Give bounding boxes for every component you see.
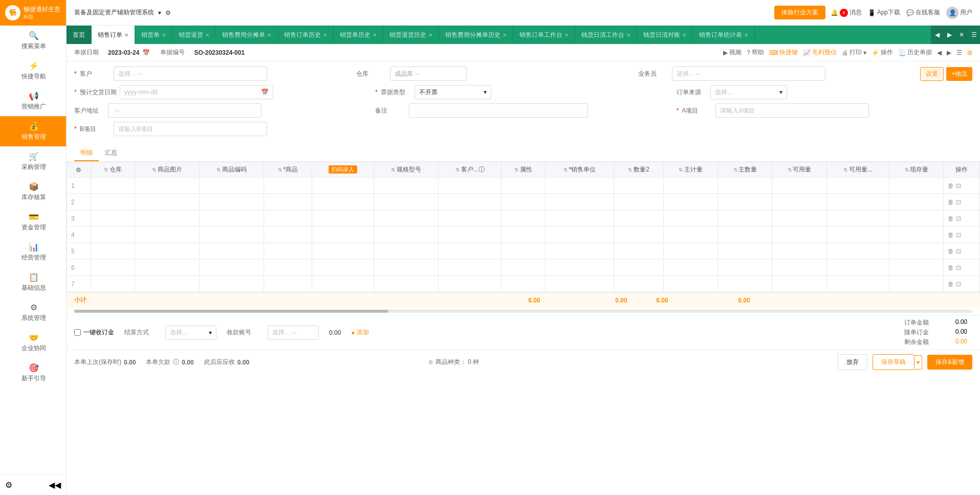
cell-main_qty[interactable] xyxy=(718,276,772,292)
cell-goods[interactable] xyxy=(264,210,312,227)
th-customer[interactable]: ⇅ 客户...ⓘ xyxy=(439,162,502,178)
cell-attr[interactable] xyxy=(502,227,546,243)
tab-销货单历史[interactable]: 销货单历史✕ xyxy=(334,26,383,44)
user-btn[interactable]: 👤 用户 xyxy=(946,7,972,19)
cell-action[interactable]: 🗑 ⊡ xyxy=(944,260,980,276)
row-copy-icon[interactable]: ⊡ xyxy=(956,231,961,239)
cell-warehouse[interactable] xyxy=(91,178,135,194)
tab-close-icon[interactable]: ✕ xyxy=(626,32,630,38)
sidebar-item-快捷导航[interactable]: ⚡快捷导航 xyxy=(0,56,66,86)
customer-address-input[interactable]: ··· xyxy=(108,103,262,118)
save-draft-btn[interactable]: 保存草稿 xyxy=(873,354,914,370)
save-new-btn[interactable]: 保存&新增 xyxy=(927,355,972,370)
cell-settings[interactable]: 6 xyxy=(67,260,91,276)
cell-attr[interactable] xyxy=(502,276,546,292)
cell-avail_qty2[interactable] xyxy=(826,227,889,243)
calendar-icon[interactable]: 📅 xyxy=(142,49,150,56)
detail-tab-明细[interactable]: 明细 xyxy=(74,145,99,161)
topbar-settings-icon[interactable]: ⚙ xyxy=(165,9,171,16)
tab-首页[interactable]: 首页 xyxy=(67,26,92,44)
cell-settings[interactable]: 5 xyxy=(67,243,91,260)
cell-avail_qty[interactable] xyxy=(772,227,826,243)
sidebar-item-基础信息[interactable]: 📋基础信息 xyxy=(0,267,66,297)
tab-销售费用分摊单历史[interactable]: 销售费用分摊单历史✕ xyxy=(439,26,513,44)
row-delete-icon[interactable]: 🗑 xyxy=(948,215,954,222)
cell-stock[interactable] xyxy=(889,227,944,243)
row-copy-icon[interactable]: ⊡ xyxy=(956,248,961,255)
row-delete-icon[interactable]: 🗑 xyxy=(948,248,954,255)
tab-next-btn[interactable]: ▶ xyxy=(943,26,955,44)
th-attr[interactable]: ⇅ 属性 xyxy=(502,162,546,178)
info-icon[interactable]: ⓘ xyxy=(478,166,485,173)
cell-code[interactable] xyxy=(199,210,264,227)
cell-unit[interactable] xyxy=(546,227,614,243)
cell-scan[interactable] xyxy=(312,178,374,194)
cell-goods[interactable] xyxy=(264,227,312,243)
cell-avail_qty2[interactable] xyxy=(826,178,889,194)
app-download-btn[interactable]: 📱 App下载 xyxy=(868,8,900,17)
cell-goods[interactable] xyxy=(264,260,312,276)
salesperson-input[interactable]: 选择... ··· xyxy=(672,67,825,81)
th-main_qty[interactable]: ⇅ 主数量 xyxy=(718,162,772,178)
cell-spec[interactable] xyxy=(374,243,439,260)
tab-销货退货历史[interactable]: 销货退货历史✕ xyxy=(383,26,439,44)
cell-unit[interactable] xyxy=(546,210,614,227)
th-avail_qty[interactable]: ⇅ 可用量 xyxy=(772,162,826,178)
tab-销售订单历史[interactable]: 销售订单历史✕ xyxy=(278,26,334,44)
cell-warehouse[interactable] xyxy=(91,227,135,243)
cell-main_unit[interactable] xyxy=(664,243,718,260)
cell-qty2[interactable] xyxy=(614,178,664,194)
cell-avail_qty2[interactable] xyxy=(826,210,889,227)
cell-main_qty[interactable] xyxy=(718,178,772,194)
cell-attr[interactable] xyxy=(502,210,546,227)
cell-qty2[interactable] xyxy=(614,210,664,227)
payment-select[interactable]: 选择... ▾ xyxy=(165,326,216,340)
cell-settings[interactable]: 4 xyxy=(67,227,91,243)
sidebar-item-搜索菜单[interactable]: 🔍搜索菜单 xyxy=(0,26,66,56)
invoice-select[interactable]: 不开票 ▾ xyxy=(415,85,491,99)
cell-image[interactable] xyxy=(135,194,199,210)
cell-attr[interactable] xyxy=(502,243,546,260)
topbar-dropdown-icon[interactable]: ▾ xyxy=(158,9,161,16)
date-picker-icon[interactable]: 📅 xyxy=(261,89,269,96)
tab-close-icon[interactable]: ✕ xyxy=(682,32,686,38)
cell-settings[interactable]: 1 xyxy=(67,178,91,194)
row-delete-icon[interactable]: 🗑 xyxy=(948,182,954,189)
cell-action[interactable]: 🗑 ⊡ xyxy=(944,276,980,292)
cell-settings[interactable]: 2 xyxy=(67,194,91,210)
sidebar-item-系统管理[interactable]: ⚙系统管理 xyxy=(0,297,66,328)
customer-input[interactable]: 选择... ··· xyxy=(114,67,267,81)
customer-ellipsis[interactable]: ··· xyxy=(138,70,143,77)
scrollbar-thumb[interactable] xyxy=(74,310,388,313)
cell-goods[interactable] xyxy=(264,276,312,292)
tab-销售订单[interactable]: 销售订单✕ xyxy=(92,26,135,44)
cell-action[interactable]: 🗑 ⊡ xyxy=(944,194,980,210)
tab-menu-btn[interactable]: ☰ xyxy=(968,26,980,44)
view-toggle-icon[interactable]: ☰ xyxy=(956,49,962,56)
cell-warehouse[interactable] xyxy=(91,243,135,260)
th-avail_qty2[interactable]: ⇅ 可用量... xyxy=(826,162,889,178)
cell-image[interactable] xyxy=(135,260,199,276)
cell-customer[interactable] xyxy=(439,260,502,276)
view-action[interactable]: ▶ 视频 xyxy=(723,48,742,57)
cell-customer[interactable] xyxy=(439,178,502,194)
row-copy-icon[interactable]: ⊡ xyxy=(956,215,961,222)
shortcut-action[interactable]: ⌨ 快捷键 xyxy=(769,48,798,57)
cell-unit[interactable] xyxy=(546,243,614,260)
th-unit[interactable]: ⇅ *销售单位 xyxy=(546,162,614,178)
row-copy-icon[interactable]: ⊡ xyxy=(956,199,961,206)
th-warehouse[interactable]: ⇅ 仓库 xyxy=(91,162,135,178)
tab-销货单[interactable]: 销货单✕ xyxy=(135,26,172,44)
tab-close-icon[interactable]: ✕ xyxy=(564,32,569,38)
remark-input[interactable] xyxy=(409,103,588,118)
last-lower-info-icon[interactable]: ⓘ xyxy=(173,358,179,367)
warehouse-input[interactable]: 成品库 ··· xyxy=(390,67,467,81)
notice-btn[interactable]: 🔔 9 消息 xyxy=(831,8,862,17)
one-click-check[interactable]: 一键收订金 xyxy=(74,328,114,337)
tab-close-icon[interactable]: ✕ xyxy=(744,32,748,38)
delivery-input[interactable]: yyyy-mm-dd 📅 xyxy=(120,85,273,99)
cell-image[interactable] xyxy=(135,227,199,243)
cell-main_qty[interactable] xyxy=(718,227,772,243)
cell-customer[interactable] xyxy=(439,243,502,260)
cell-warehouse[interactable] xyxy=(91,194,135,210)
